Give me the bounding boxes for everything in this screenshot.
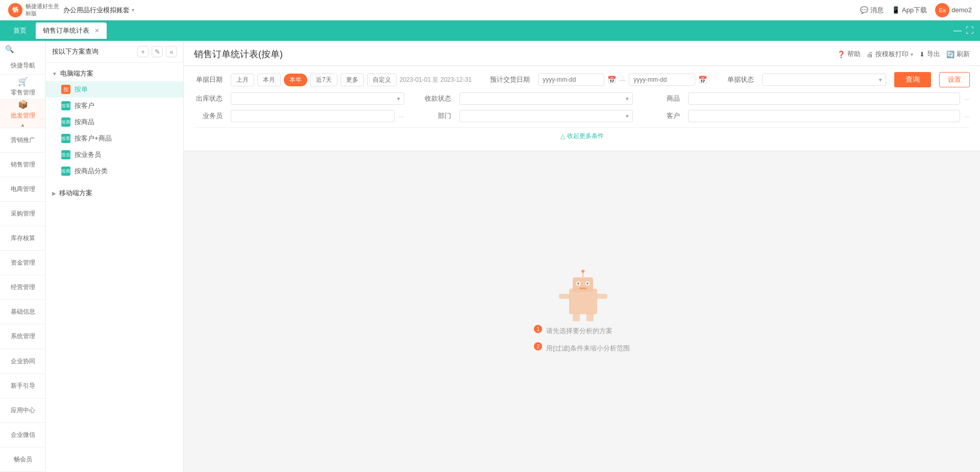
user-avatar[interactable]: Ea demo2 bbox=[935, 3, 972, 17]
svg-rect-8 bbox=[596, 294, 607, 299]
sidebar-item-purchase[interactable]: 采购管理 bbox=[0, 202, 45, 226]
sidebar-item-enterprise[interactable]: 企业协同 bbox=[0, 349, 45, 374]
page-header: 销售订单统计表(按单) ❓ 帮助 🖨 按模板打印 ▾ ⬇ 导出 🔄 刷新 bbox=[184, 41, 980, 66]
by-salesperson-icon: 按业 bbox=[61, 150, 70, 159]
tree-node-by-customer[interactable]: 按客 按客户 bbox=[46, 98, 183, 114]
tab-home[interactable]: 首页 bbox=[6, 22, 34, 39]
system-title[interactable]: 办公用品行业模拟账套 ▾ bbox=[63, 6, 134, 15]
expected-date-end[interactable] bbox=[629, 74, 695, 86]
sidebar-search-area[interactable]: 🔍 bbox=[0, 41, 45, 57]
tree-node-by-order[interactable]: 按 按单 bbox=[46, 81, 183, 98]
filter-row-2: 出库状态 收款状态 商品 ··· bbox=[194, 92, 970, 105]
product-more-icon[interactable]: ··· bbox=[964, 95, 970, 103]
edit-scheme-btn[interactable]: ✎ bbox=[152, 46, 163, 57]
department-label: 部门 bbox=[423, 111, 451, 121]
payment-status-select[interactable] bbox=[459, 92, 633, 105]
svg-rect-10 bbox=[586, 313, 594, 321]
calendar-start-icon[interactable]: 📅 bbox=[607, 76, 616, 84]
window-minimize-icon[interactable]: — bbox=[953, 26, 962, 35]
product-input[interactable] bbox=[688, 92, 960, 105]
tree-section-arrow-icon: ▼ bbox=[52, 71, 57, 77]
sidebar-item-ecommerce[interactable]: 电商管理 bbox=[0, 177, 45, 202]
tree-pc-section-header[interactable]: ▼ 电脑端方案 bbox=[46, 66, 183, 81]
sidebar-item-appstore[interactable]: 应用中心 bbox=[0, 398, 45, 423]
calendar-end-icon[interactable]: 📅 bbox=[698, 76, 707, 84]
date-range-text: 2023-01-01 至 2023-12-31 bbox=[400, 76, 472, 84]
customer-input[interactable] bbox=[688, 110, 960, 122]
tree-mobile-section: ▶ 移动端方案 bbox=[46, 182, 183, 204]
sidebar-item-operations[interactable]: 经营管理 bbox=[0, 275, 45, 300]
date-btn-last-month[interactable]: 上月 bbox=[231, 74, 254, 86]
tree-node-by-cust-prod[interactable]: 按客 按客户+商品 bbox=[46, 130, 183, 147]
filter-row-1: 单据日期 上月 本月 本年 近7天 更多 自定义 2023-01-01 至 20… bbox=[194, 72, 970, 87]
date-btn-this-year[interactable]: 本年 bbox=[284, 74, 307, 86]
sidebar-item-newbie[interactable]: 新手引导 bbox=[0, 374, 45, 398]
sidebar-item-retail[interactable]: 🛒 零售管理 bbox=[0, 75, 45, 99]
salesperson-input[interactable] bbox=[231, 110, 395, 122]
print-chevron-icon: ▾ bbox=[911, 52, 913, 57]
tab-close-icon[interactable]: ✕ bbox=[94, 27, 100, 34]
message-btn[interactable]: 💬 消息 bbox=[860, 6, 884, 15]
sidebar-item-wechat[interactable]: 企业微信 bbox=[0, 423, 45, 447]
top-bar-right: 💬 消息 📱 App下载 Ea demo2 bbox=[860, 3, 972, 17]
system-title-chevron-icon: ▾ bbox=[132, 7, 134, 13]
tab-bar: 首页 销售订单统计表 ✕ — ⛶ bbox=[0, 20, 980, 41]
sidebar-item-member[interactable]: 畅会员 bbox=[0, 447, 45, 472]
avatar: Ea bbox=[935, 3, 949, 17]
add-scheme-btn[interactable]: + bbox=[137, 46, 149, 57]
sidebar-item-marketing[interactable]: 营销推广 bbox=[0, 128, 45, 153]
help-btn[interactable]: ❓ 帮助 bbox=[837, 50, 861, 59]
by-product-icon: 按商 bbox=[61, 117, 70, 127]
sidebar-item-wholesale[interactable]: 📦 批发管理 ▲ bbox=[0, 100, 45, 128]
tree-node-by-product[interactable]: 按商 按商品 bbox=[46, 114, 183, 130]
by-cust-prod-icon: 按客 bbox=[61, 134, 70, 143]
collapse-arrow-icon: △ bbox=[560, 133, 565, 140]
shipping-status-select[interactable] bbox=[231, 92, 404, 105]
logo-text: 畅捷通好生意 标版 bbox=[26, 3, 59, 16]
tree-mobile-section-header[interactable]: ▶ 移动端方案 bbox=[46, 185, 183, 201]
sidebar-item-basics[interactable]: 基础信息 bbox=[0, 300, 45, 324]
empty-svg bbox=[551, 268, 612, 324]
tree-node-by-category[interactable]: 按商 按商品分类 bbox=[46, 163, 183, 179]
print-btn[interactable]: 🖨 按模板打印 ▾ bbox=[867, 50, 913, 59]
status-select[interactable] bbox=[762, 74, 886, 86]
refresh-btn[interactable]: 🔄 刷新 bbox=[946, 50, 970, 59]
left-panel-title: 按以下方案查询 bbox=[52, 47, 99, 56]
expected-date-input-group: 📅 — 📅 bbox=[538, 74, 707, 86]
sidebar-item-inventory[interactable]: 库存核算 bbox=[0, 226, 45, 251]
query-button[interactable]: 查询 bbox=[894, 72, 931, 87]
sidebar-item-finance[interactable]: 资金管理 bbox=[0, 251, 45, 275]
status-select-wrap bbox=[762, 74, 886, 86]
empty-hint-2: 2 用[过滤]条件来缩小分析范围 bbox=[534, 342, 629, 355]
sidebar-item-system[interactable]: 系统管理 bbox=[0, 324, 45, 349]
salesperson-more-icon[interactable]: ··· bbox=[399, 112, 404, 120]
collapse-panel-btn[interactable]: « bbox=[166, 46, 177, 57]
tree-mobile-arrow-icon: ▶ bbox=[52, 191, 56, 196]
app-download-btn[interactable]: 📱 App下载 bbox=[892, 6, 927, 15]
date-btn-more[interactable]: 更多 bbox=[340, 74, 364, 86]
date-btn-last-7-days[interactable]: 近7天 bbox=[310, 74, 337, 86]
department-select[interactable] bbox=[459, 110, 633, 122]
tab-sales-report[interactable]: 销售订单统计表 ✕ bbox=[36, 22, 107, 39]
app-icon: 📱 bbox=[892, 6, 900, 14]
help-icon: ❓ bbox=[837, 51, 845, 58]
by-category-icon: 按商 bbox=[61, 167, 70, 176]
date-btn-custom[interactable]: 自定义 bbox=[367, 74, 397, 86]
date-label: 单据日期 bbox=[194, 75, 223, 84]
product-label: 商品 bbox=[651, 94, 680, 103]
settings-button[interactable]: 设置 bbox=[939, 72, 970, 87]
customer-more-icon[interactable]: ··· bbox=[964, 112, 970, 120]
print-icon: 🖨 bbox=[867, 51, 873, 58]
tree-node-by-salesperson[interactable]: 按业 按业务员 bbox=[46, 147, 183, 163]
window-maximize-icon[interactable]: ⛶ bbox=[966, 26, 974, 35]
date-btn-this-month[interactable]: 本月 bbox=[257, 74, 281, 86]
sidebar-item-sales[interactable]: 销售管理 bbox=[0, 153, 45, 177]
collapse-filter-btn[interactable]: △ 收起更多条件 bbox=[194, 127, 970, 145]
content-area: 销售订单统计表(按单) ❓ 帮助 🖨 按模板打印 ▾ ⬇ 导出 🔄 刷新 bbox=[184, 41, 980, 472]
svg-rect-9 bbox=[573, 313, 580, 321]
expected-date-label: 预计交货日期 bbox=[490, 75, 530, 84]
page-title: 销售订单统计表(按单) bbox=[194, 48, 283, 60]
expected-date-start[interactable] bbox=[538, 74, 604, 86]
export-btn[interactable]: ⬇ 导出 bbox=[919, 50, 940, 59]
sidebar-quick-nav[interactable]: 快捷导航 bbox=[0, 57, 45, 75]
